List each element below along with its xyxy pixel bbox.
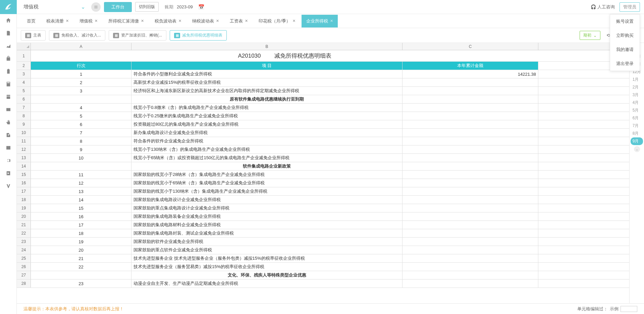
cell[interactable]: 2 bbox=[31, 78, 131, 86]
close-icon[interactable]: ✕ bbox=[245, 19, 248, 23]
cell[interactable]: 国家鼓励的集成电路封装、测试企业减免企业所得税 bbox=[131, 229, 402, 237]
cell[interactable]: 国家鼓励的线宽小于65纳米（含）集成电路生产企业减免企业所得税 bbox=[131, 179, 402, 187]
row-header[interactable]: 13 bbox=[17, 154, 31, 162]
subtab[interactable]: ▦免税收入、减计收入... bbox=[49, 30, 105, 41]
month-item[interactable]: 4月 bbox=[631, 99, 643, 107]
tab[interactable]: 税表清册✕ bbox=[42, 15, 73, 27]
row-header[interactable]: 1 bbox=[17, 50, 31, 61]
cell[interactable] bbox=[31, 271, 131, 279]
month-item[interactable]: 1月 bbox=[631, 76, 643, 83]
cell[interactable]: 线宽小于130纳米（含）的集成电路生产企业减免企业所得税 bbox=[131, 145, 402, 153]
tax-type-dropdown[interactable]: 增值税 ⌄ bbox=[21, 2, 88, 11]
switch-version-button[interactable]: 切到旧版 bbox=[135, 2, 159, 12]
cell[interactable] bbox=[402, 162, 538, 170]
month-item[interactable]: 5月 bbox=[631, 107, 643, 114]
tab[interactable]: 印花税（月/季）✕ bbox=[254, 15, 300, 27]
cell[interactable] bbox=[402, 279, 538, 288]
cell[interactable] bbox=[402, 238, 538, 246]
cell[interactable]: 3 bbox=[31, 87, 131, 95]
subtab[interactable]: ▦资产加速折旧、摊销(... bbox=[109, 30, 166, 41]
row-header[interactable]: 12 bbox=[17, 145, 31, 153]
cell[interactable]: 22 bbox=[31, 263, 131, 271]
row-header[interactable]: 25 bbox=[17, 254, 31, 262]
row-header[interactable]: 11 bbox=[17, 137, 31, 145]
cell[interactable] bbox=[402, 120, 538, 128]
col-header-B[interactable]: B bbox=[131, 43, 402, 50]
nav-v-icon[interactable] bbox=[0, 180, 17, 192]
cell[interactable]: 11 bbox=[31, 171, 131, 179]
close-icon[interactable]: ✕ bbox=[330, 19, 333, 23]
cell[interactable]: 13 bbox=[31, 187, 131, 195]
cell[interactable] bbox=[402, 196, 538, 204]
cell[interactable] bbox=[402, 112, 538, 120]
close-icon[interactable]: ✕ bbox=[178, 19, 181, 23]
cell[interactable]: 符合条件的小型微利企业减免企业所得税 bbox=[131, 70, 402, 78]
user-menu-item[interactable]: 退出登录 bbox=[610, 57, 640, 71]
cell[interactable]: 技术先进型服务企业 技术先进型服务企业（服务外包类）减按15%的税率征收企业所得… bbox=[131, 254, 402, 262]
cell[interactable]: 1 bbox=[31, 70, 131, 78]
nav-clipboard-icon[interactable] bbox=[0, 65, 17, 78]
row-header[interactable]: 6 bbox=[17, 95, 31, 103]
close-icon[interactable]: ✕ bbox=[141, 19, 144, 23]
cell[interactable]: 线宽小于0.8微米（含）的集成电路生产企业减免企业所得税 bbox=[131, 104, 402, 112]
row-header[interactable]: 23 bbox=[17, 238, 31, 246]
select-all-corner[interactable] bbox=[17, 43, 31, 50]
cell[interactable]: 19 bbox=[31, 238, 131, 246]
row-header[interactable]: 5 bbox=[17, 87, 31, 95]
nav-doc-icon[interactable] bbox=[0, 27, 17, 40]
row-header[interactable]: 16 bbox=[17, 179, 31, 187]
month-item[interactable]: 6月 bbox=[631, 114, 643, 122]
cell[interactable] bbox=[402, 78, 538, 86]
row-header[interactable]: 14 bbox=[17, 162, 31, 170]
cell[interactable]: 国家鼓励的重点软件企业减免企业所得税 bbox=[131, 246, 402, 254]
col-header-C[interactable]: C bbox=[402, 43, 538, 50]
cell[interactable]: 16 bbox=[31, 212, 131, 221]
cell[interactable]: 8 bbox=[31, 137, 131, 145]
subtab[interactable]: ▦减免所得税优惠明细表 bbox=[170, 30, 227, 41]
tab[interactable]: 首页 bbox=[22, 15, 40, 27]
cell[interactable] bbox=[402, 95, 538, 103]
cell[interactable]: 国家鼓励的线宽小于28纳米（含）集成电路生产企业减免企业所得税 bbox=[131, 171, 402, 179]
nav-bag-icon[interactable] bbox=[0, 52, 17, 65]
cell[interactable]: 国家鼓励的集成电路装备企业减免企业所得税 bbox=[131, 212, 402, 221]
row-header[interactable]: 28 bbox=[17, 279, 31, 288]
close-icon[interactable]: ✕ bbox=[66, 19, 69, 23]
cell[interactable]: 14221.38 bbox=[402, 70, 538, 78]
user-menu-item[interactable]: 我的邀请 bbox=[610, 43, 640, 57]
nav-card-icon[interactable] bbox=[0, 103, 17, 116]
month-item[interactable]: 2月 bbox=[631, 83, 643, 91]
row-header[interactable]: 7 bbox=[17, 104, 31, 112]
nav-hand-icon[interactable] bbox=[0, 116, 17, 129]
row-header[interactable]: 26 bbox=[17, 263, 31, 271]
tab[interactable]: 税负波动表✕ bbox=[150, 15, 186, 27]
cell[interactable] bbox=[402, 229, 538, 237]
cell[interactable] bbox=[402, 187, 538, 195]
month-item[interactable]: 7月 bbox=[631, 122, 643, 130]
nav-chart-icon[interactable] bbox=[0, 40, 17, 52]
cell[interactable]: 国家鼓励的集成电路设计企业减免企业所得税 bbox=[131, 196, 402, 204]
logo[interactable] bbox=[0, 0, 17, 14]
cell[interactable]: 经济特区和上海浦东新区新设立的高新技术企业在区内取得的所得定期减免企业所得税 bbox=[131, 87, 402, 95]
tab[interactable]: 企业所得税✕ bbox=[302, 15, 338, 27]
row-header[interactable]: 21 bbox=[17, 221, 31, 229]
nav-play-icon[interactable] bbox=[0, 167, 17, 180]
subtab[interactable]: ▦主表 bbox=[21, 30, 46, 41]
cell[interactable]: 国家鼓励的重点集成电路设计企业减免企业所得税 bbox=[131, 204, 402, 212]
month-item[interactable]: 3月 bbox=[631, 91, 643, 99]
cell[interactable]: 15 bbox=[31, 204, 131, 212]
cell[interactable] bbox=[402, 221, 538, 229]
month-item[interactable]: 8月 bbox=[631, 130, 643, 137]
cell[interactable]: 9 bbox=[31, 145, 131, 153]
nav-calc-icon[interactable] bbox=[0, 78, 17, 90]
cell[interactable] bbox=[402, 179, 538, 187]
row-header[interactable]: 24 bbox=[17, 246, 31, 254]
row-header[interactable]: 15 bbox=[17, 171, 31, 179]
cell[interactable]: 21 bbox=[31, 254, 131, 262]
row-header[interactable]: 20 bbox=[17, 212, 31, 221]
row-header[interactable]: 9 bbox=[17, 120, 31, 128]
cell[interactable]: 7 bbox=[31, 129, 131, 137]
cell[interactable]: 技术先进型服务企业（服务贸易类）减按15%的税率征收企业所得税 bbox=[131, 263, 402, 271]
cell[interactable] bbox=[402, 129, 538, 137]
cell[interactable]: 高新技术企业减按15%的税率征收企业所得税 bbox=[131, 78, 402, 86]
nav-export-icon[interactable] bbox=[0, 129, 17, 141]
